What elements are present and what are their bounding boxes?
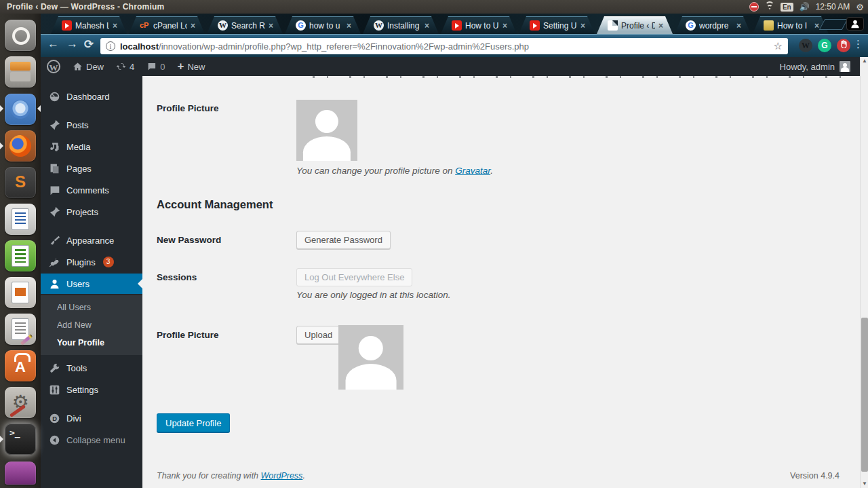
browser-profile-button[interactable]	[846, 17, 864, 31]
volume-icon[interactable]: 🔊	[800, 2, 810, 12]
sidebar-item-settings[interactable]: Settings	[41, 379, 142, 400]
home-icon	[73, 62, 83, 71]
ubuntu-dash-icon[interactable]	[5, 20, 36, 51]
submenu-your-profile[interactable]: Your Profile	[41, 334, 142, 352]
tab-close-icon[interactable]: ×	[736, 21, 741, 31]
sidebar-item-comments[interactable]: Comments	[41, 180, 142, 200]
forward-button[interactable]: →	[66, 37, 78, 51]
tab-wordpress[interactable]: G wordpre ×	[675, 16, 751, 34]
tab-close-icon[interactable]: ×	[658, 21, 663, 31]
chromium-icon[interactable]	[5, 94, 36, 125]
generate-password-button[interactable]: Generate Password	[296, 231, 391, 249]
bookmark-star-icon[interactable]: ☆	[774, 40, 783, 52]
clipped-scrolled-row	[292, 76, 848, 78]
account-management-heading: Account Management	[157, 198, 273, 211]
sidebar-item-collapse-menu[interactable]: Collapse menu	[41, 430, 142, 450]
gravatar-link[interactable]: Gravatar	[455, 166, 490, 176]
sidebar-item-projects[interactable]: Projects	[41, 202, 142, 222]
profile-picture-label: Profile Picture	[157, 103, 219, 113]
tab-cpanel[interactable]: cP cPanel Lo ×	[129, 16, 205, 34]
profile-page-content: Profile Picture You can change your prof…	[142, 76, 860, 488]
wp-admin-bar: W Dew 4 0 + New Howdy, admin	[41, 57, 860, 76]
browser-menu-icon[interactable]: ⋮	[853, 38, 863, 50]
tab-close-icon[interactable]: ×	[814, 21, 819, 31]
session-gear-icon[interactable]: ⚙	[856, 2, 864, 12]
firefox-icon[interactable]	[5, 130, 36, 162]
plus-icon: +	[177, 60, 184, 73]
new-content-menu[interactable]: + New	[171, 57, 211, 76]
ubuntu-launcher: S A ⚙ >_	[0, 14, 41, 488]
keyboard-layout-indicator[interactable]: En	[781, 3, 793, 12]
tab-close-icon[interactable]: ×	[191, 21, 195, 31]
libreoffice-impress-icon[interactable]	[5, 277, 36, 308]
wp-logo-menu[interactable]: W	[41, 57, 66, 76]
tab-close-icon[interactable]: ×	[113, 21, 117, 31]
sidebar-item-media[interactable]: Media	[41, 136, 142, 157]
tab-mahesh[interactable]: Mahesh L ×	[51, 16, 127, 34]
notification-dnd-icon[interactable]	[749, 2, 759, 12]
update-profile-button[interactable]: Update Profile	[157, 413, 230, 432]
text-editor-icon[interactable]	[5, 314, 36, 345]
clock[interactable]: 12:50 AM	[816, 2, 850, 12]
sidebar-item-tools[interactable]: Tools	[41, 358, 142, 378]
sidebar-item-divi[interactable]: D Divi	[41, 408, 142, 428]
tab-installing[interactable]: W Installing ×	[363, 16, 439, 34]
sidebar-item-appearance[interactable]: Appearance	[41, 230, 142, 250]
updates-menu[interactable]: 4	[110, 57, 140, 76]
libreoffice-writer-icon[interactable]	[5, 204, 36, 235]
tab-howto-1[interactable]: G how to u ×	[285, 16, 361, 34]
tab-setting[interactable]: Setting U ×	[519, 16, 595, 34]
tab-close-icon[interactable]: ×	[347, 21, 351, 31]
sublime-text-icon[interactable]: S	[5, 167, 36, 198]
tab-close-icon[interactable]: ×	[269, 21, 273, 31]
sidebar-item-dashboard[interactable]: Dashboard	[41, 86, 142, 107]
address-bar[interactable]: i localhost/innovation/wp-admin/profile.…	[100, 38, 788, 54]
scroll-down-arrow[interactable]: ▼	[861, 480, 868, 488]
tab-close-icon[interactable]: ×	[580, 21, 585, 31]
youtube-favicon	[452, 20, 462, 31]
page-info-icon[interactable]: i	[106, 41, 115, 51]
sidebar-item-users[interactable]: Users	[41, 274, 142, 294]
scroll-up-arrow[interactable]: ▲	[861, 57, 868, 65]
grammarly-extension-icon[interactable]: G	[818, 39, 831, 52]
tab-profile-active[interactable]: Profile ‹ D ×	[597, 16, 673, 34]
upload-button[interactable]: Upload	[296, 326, 340, 344]
comment-icon	[49, 185, 60, 196]
youtube-favicon	[530, 20, 540, 31]
libreoffice-calc-icon[interactable]	[5, 240, 36, 271]
tab-close-icon[interactable]: ×	[425, 21, 429, 31]
browser-toolbar: ← → ⟳ i localhost/innovation/wp-admin/pr…	[41, 34, 868, 57]
system-settings-icon[interactable]: ⚙	[5, 387, 36, 418]
tab-close-icon[interactable]: ×	[502, 21, 507, 31]
scrollbar-thumb[interactable]	[861, 318, 868, 472]
submenu-add-new[interactable]: Add New	[41, 316, 142, 334]
reload-button[interactable]: ⟳	[84, 37, 94, 52]
new-tab-button[interactable]	[819, 19, 848, 30]
adblock-extension-icon[interactable]	[837, 39, 850, 52]
pages-icon	[49, 163, 60, 174]
brush-icon	[49, 235, 60, 246]
terminal-running-arrow	[0, 436, 7, 443]
wifi-icon[interactable]	[765, 3, 774, 11]
sidebar-item-plugins[interactable]: Plugins 3	[41, 252, 142, 272]
comments-menu[interactable]: 0	[140, 57, 171, 76]
sidebar-item-pages[interactable]: Pages	[41, 158, 142, 179]
person-icon	[850, 19, 860, 29]
terminal-icon[interactable]: >_	[5, 424, 36, 455]
logout-everywhere-button[interactable]: Log Out Everywhere Else	[296, 268, 412, 286]
browser-tab-strip: Mahesh L × cP cPanel Lo × W Search R × G…	[41, 14, 868, 34]
software-center-icon[interactable]: A	[5, 350, 36, 381]
wordpress-link[interactable]: WordPress	[261, 471, 303, 481]
my-account-menu[interactable]: Howdy, admin	[780, 61, 860, 72]
wordpress-extension-icon[interactable]: W	[799, 39, 812, 52]
file-manager-icon[interactable]	[5, 56, 36, 88]
tab-howto-2[interactable]: How to U ×	[441, 16, 517, 34]
sidebar-item-posts[interactable]: Posts	[41, 115, 142, 135]
site-name-menu[interactable]: Dew	[66, 57, 110, 76]
tab-howto-3[interactable]: How to I ×	[753, 16, 829, 34]
page-scrollbar[interactable]: ▲ ▼	[860, 57, 868, 488]
back-button[interactable]: ←	[47, 37, 59, 51]
submenu-all-users[interactable]: All Users	[41, 299, 142, 316]
trash-icon[interactable]	[5, 462, 36, 485]
tab-search[interactable]: W Search R ×	[207, 16, 283, 34]
